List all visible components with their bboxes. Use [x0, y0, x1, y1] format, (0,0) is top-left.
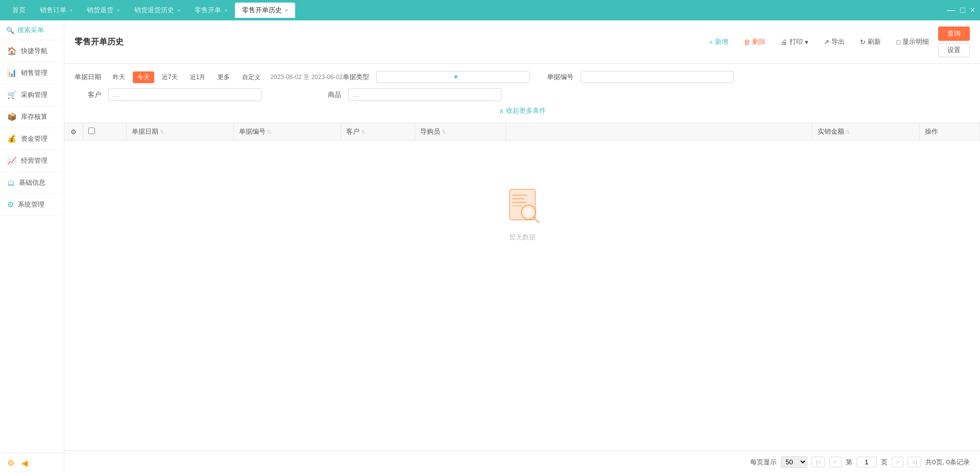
sort-date[interactable]: 单据日期 ⇅ [132, 127, 164, 136]
filter-area: 单据日期 昨天 今天 近7天 近1月 更多 自定义 2023-06-02 至 2… [64, 64, 980, 123]
add-button[interactable]: + 新增 [705, 35, 733, 48]
sidebar-item-label: 基础信息 [19, 178, 45, 187]
delete-icon: 🗑 [744, 38, 750, 46]
tab-bar: 首页 销售订单 × 销货退货 × 销货退货历史 × 零售开单 × 零售开单历史 … [0, 0, 980, 20]
sort-salesman[interactable]: 导购员 ⇅ [420, 127, 446, 136]
close-icon[interactable]: × [177, 7, 180, 13]
close-icon[interactable]: × [224, 7, 227, 13]
col-amount-label: 实销金额 [818, 127, 844, 136]
content-area: 零售开单历史 + 新增 🗑 删除 🖨 打印 ▾ [64, 20, 980, 473]
sidebar-item-sales[interactable]: 📊 销售管理 [0, 62, 64, 84]
query-actions: 查询 设置 [938, 27, 970, 57]
tab-sales-order[interactable]: 销售订单 × [33, 3, 80, 18]
custom-btn[interactable]: 自定义 [237, 71, 265, 83]
close-icon[interactable]: × [116, 7, 119, 13]
prev-page-btn[interactable]: < [829, 457, 842, 467]
tab-home[interactable]: 首页 [5, 3, 33, 18]
customer-select[interactable]: … [108, 88, 261, 101]
select-all-checkbox[interactable] [88, 128, 95, 134]
sort-customer[interactable]: 客户 ⇅ [346, 127, 365, 136]
svg-rect-2 [512, 198, 525, 200]
filter-dates: 昨天 今天 近7天 近1月 更多 自定义 [108, 71, 265, 83]
sidebar-item-quick-nav[interactable]: 🏠 快捷导航 [0, 40, 64, 62]
today-btn[interactable]: 今天 [133, 71, 154, 83]
first-page-btn[interactable]: |< [811, 457, 825, 467]
empty-illustration [497, 182, 548, 233]
delete-label: 删除 [752, 37, 766, 46]
display-icon: □ [896, 38, 900, 46]
print-icon: 🖨 [781, 38, 787, 46]
sort-no[interactable]: 单据编号 ⇅ [239, 127, 271, 136]
tab-retail-history[interactable]: 零售开单历史 × [235, 3, 295, 18]
sidebar-bottom: ⚙ ◀ [0, 453, 64, 473]
print-button[interactable]: 🖨 打印 ▾ [777, 35, 812, 48]
col-action: 操作 [920, 123, 980, 141]
sidebar-item-inventory[interactable]: 📦 库存核算 [0, 106, 64, 128]
goods-label: 商品 [315, 90, 345, 99]
inventory-icon: 📦 [7, 112, 17, 121]
base-icon: 🗂 [7, 179, 15, 187]
col-no-label: 单据编号 [239, 127, 266, 136]
sort-icon: ⇅ [160, 129, 164, 135]
col-salesman: 导购员 ⇅ [415, 123, 506, 141]
query-button[interactable]: 查询 [938, 27, 970, 41]
add-icon: + [709, 38, 713, 46]
svg-rect-1 [512, 194, 528, 196]
refresh-button[interactable]: ↻ 刷新 [856, 35, 885, 48]
order-type-select[interactable]: ▼ [376, 71, 530, 83]
last1month-btn[interactable]: 近1月 [185, 71, 210, 83]
sidebar-item-base[interactable]: 🗂 基础信息 [0, 172, 64, 194]
settings-bottom-icon[interactable]: ⚙ [7, 458, 14, 468]
home-icon: 🏠 [7, 46, 17, 56]
last-page-btn[interactable]: >| [907, 457, 921, 467]
page-header: 零售开单历史 + 新增 🗑 删除 🖨 打印 ▾ [64, 20, 980, 64]
delete-button[interactable]: 🗑 删除 [739, 35, 770, 48]
purchase-icon: 🛒 [7, 90, 17, 99]
collapse-row: ∧ 收起更多条件 [75, 106, 970, 118]
settings-button[interactable]: 设置 [938, 43, 970, 57]
collapse-button[interactable]: ∧ 收起更多条件 [499, 106, 546, 115]
col-checkbox[interactable] [83, 123, 126, 141]
sort-amount[interactable]: 实销金额 ⇅ [818, 127, 850, 136]
search-icon: 🔍 [6, 27, 14, 34]
sales-icon: 📊 [7, 68, 17, 78]
sidebar-item-purchase[interactable]: 🛒 采购管理 [0, 84, 64, 106]
close-icon[interactable]: × [69, 7, 73, 13]
sidebar-item-system[interactable]: ⚙ 系统管理 [0, 194, 64, 216]
order-no-input[interactable] [581, 71, 734, 83]
page-number-input[interactable] [856, 457, 877, 467]
sidebar-item-label: 销售管理 [21, 68, 47, 78]
next-page-btn[interactable]: > [892, 457, 904, 467]
table-area: ⚙ 单据日期 ⇅ 单据编号 ⇅ [64, 123, 980, 451]
col-action-label: 操作 [925, 128, 938, 135]
sidebar: 🔍 搜索采单 🏠 快捷导航 📊 销售管理 🛒 采购管理 📦 库存核算 💰 资金管… [0, 20, 64, 473]
svg-rect-3 [512, 202, 527, 203]
main-layout: 🔍 搜索采单 🏠 快捷导航 📊 销售管理 🛒 采购管理 📦 库存核算 💰 资金管… [0, 20, 980, 473]
minimize-icon[interactable]: — [947, 6, 955, 15]
sidebar-search[interactable]: 🔍 搜索采单 [0, 20, 64, 40]
collapse-sidebar-icon[interactable]: ◀ [21, 458, 28, 468]
yesterday-btn[interactable]: 昨天 [108, 71, 130, 83]
export-button[interactable]: ↗ 导出 [820, 35, 849, 48]
col-settings[interactable]: ⚙ [64, 123, 83, 141]
dropdown-arrow-icon: ▼ [453, 73, 525, 81]
order-type-label: 单据类型 [343, 72, 373, 82]
sidebar-item-finance[interactable]: 💰 资金管理 [0, 128, 64, 150]
last7days-btn[interactable]: 近7天 [157, 71, 182, 83]
more-btn[interactable]: 更多 [213, 71, 234, 83]
add-label: 新增 [715, 37, 728, 46]
col-customer: 客户 ⇅ [341, 123, 415, 141]
goods-select[interactable]: … [348, 88, 501, 101]
close-icon[interactable]: × [285, 7, 288, 13]
chevron-up-icon: ∧ [499, 107, 504, 115]
tab-retail-order[interactable]: 零售开单 × [187, 3, 234, 18]
tab-label: 销货退货历史 [134, 6, 174, 15]
tab-return[interactable]: 销货退货 × [80, 3, 127, 18]
display-detail-button[interactable]: □ 显示明细 [892, 35, 933, 48]
sidebar-item-operations[interactable]: 📈 经营管理 [0, 150, 64, 172]
maximize-icon[interactable]: □ [960, 6, 965, 15]
sidebar-item-label: 经营管理 [21, 156, 47, 165]
close-window-icon[interactable]: × [970, 6, 975, 15]
per-page-select[interactable]: 50 100 200 [781, 456, 807, 468]
tab-return-history[interactable]: 销货退货历史 × [127, 3, 187, 18]
